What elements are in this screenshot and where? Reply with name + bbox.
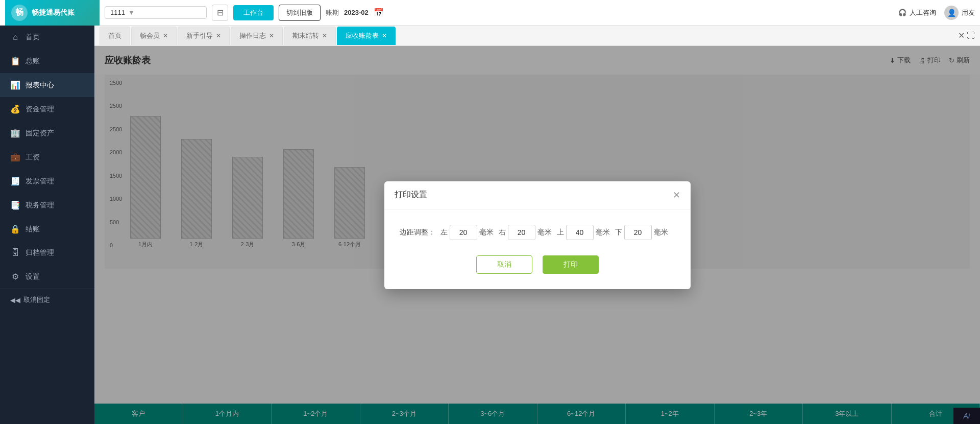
user-name: 用友 — [962, 8, 975, 17]
sidebar-item-label: 报表中心 — [26, 81, 54, 90]
print-settings-dialog: 打印设置 ✕ 边距调整： 左 毫米 右 — [384, 181, 691, 289]
home-icon: ⌂ — [10, 33, 20, 42]
sidebar: ⌂ 首页 📋 总账 📊 报表中心 💰 资金管理 🏢 固定资产 💼 工资 🧾 发票… — [0, 26, 94, 424]
close-period-icon: 🔒 — [10, 224, 20, 234]
sidebar-item-close[interactable]: 🔒 结账 — [0, 217, 94, 241]
right-margin-input[interactable] — [508, 225, 535, 240]
gear-icon: ⚙ — [10, 272, 20, 281]
margin-row: 边距调整： 左 毫米 右 毫米 — [400, 225, 675, 240]
unit-label: 毫米 — [654, 228, 668, 237]
sidebar-item-label: 设置 — [26, 272, 40, 281]
dialog-footer: 取消 打印 — [384, 250, 691, 289]
sidebar-item-assets[interactable]: 🏢 固定资产 — [0, 121, 94, 145]
sidebar-collapse-button[interactable]: ◀◀ 取消固定 — [0, 289, 94, 311]
consult-button[interactable]: 🎧 人工咨询 — [898, 8, 936, 17]
collapse-icon: ◀◀ — [10, 296, 20, 304]
close-all-button[interactable]: ✕ — [958, 31, 965, 40]
collapse-label: 取消固定 — [23, 295, 50, 304]
tab-label: 畅会员 — [140, 31, 160, 40]
left-margin-input[interactable] — [450, 225, 477, 240]
invoice-icon: 🧾 — [10, 176, 20, 186]
logo-text: 畅捷通易代账 — [32, 8, 75, 17]
period-label: 账期 — [326, 8, 339, 17]
top-header: 畅 畅捷通易代账 1111 ▼ ⊟ 工作台 切到旧版 账期 2023-02 📅 … — [0, 0, 980, 26]
calendar-icon[interactable]: 📅 — [374, 8, 384, 17]
tab-label: 应收账龄表 — [346, 31, 379, 40]
user-area[interactable]: 👤 用友 — [944, 6, 975, 20]
logo-area: 畅 畅捷通易代账 — [5, 0, 100, 26]
sidebar-item-ledger[interactable]: 📋 总账 — [0, 49, 94, 73]
dialog-overlay: 打印设置 ✕ 边距调整： 左 毫米 右 — [94, 46, 980, 424]
period-value: 2023-02 — [344, 9, 369, 16]
tab-aging[interactable]: 应收账龄表 ✕ — [337, 27, 396, 45]
tab-close-icon[interactable]: ✕ — [322, 32, 327, 39]
sidebar-item-label: 结账 — [26, 225, 40, 234]
left-margin-group: 左 毫米 — [440, 225, 494, 240]
sidebar-item-label: 固定资产 — [26, 129, 54, 138]
maximize-button[interactable]: ⛶ — [967, 31, 975, 40]
tab-home[interactable]: 首页 — [100, 27, 130, 45]
company-name: 1111 — [110, 9, 125, 16]
sidebar-item-settings[interactable]: ⚙ 设置 — [0, 265, 94, 289]
payroll-icon: 💼 — [10, 152, 20, 162]
print-confirm-button[interactable]: 打印 — [543, 255, 599, 274]
top-margin-input[interactable] — [566, 225, 594, 240]
consult-label: 人工咨询 — [910, 8, 936, 17]
archive-icon: 🗄 — [10, 248, 20, 257]
assets-icon: 🏢 — [10, 128, 20, 138]
main-layout: ⌂ 首页 📋 总账 📊 报表中心 💰 资金管理 🏢 固定资产 💼 工资 🧾 发票… — [0, 26, 980, 424]
bottom-margin-group: 下 毫米 — [615, 225, 668, 240]
sidebar-item-label: 归档管理 — [26, 248, 54, 257]
left-prefix: 左 — [440, 228, 448, 237]
sidebar-item-home[interactable]: ⌂ 首页 — [0, 26, 94, 49]
workbench-button[interactable]: 工作台 — [233, 5, 274, 20]
sidebar-item-label: 税务管理 — [26, 201, 54, 210]
tab-label: 期末结转 — [292, 31, 319, 40]
bottom-prefix: 下 — [615, 228, 622, 237]
dialog-body: 边距调整： 左 毫米 右 毫米 — [384, 209, 691, 250]
tab-label: 操作日志 — [239, 31, 266, 40]
sidebar-item-payroll[interactable]: 💼 工资 — [0, 145, 94, 169]
tax-icon: 📑 — [10, 200, 20, 210]
tab-member[interactable]: 畅会员 ✕ — [131, 27, 177, 45]
sidebar-item-label: 首页 — [26, 33, 40, 42]
tab-guide[interactable]: 新手引导 ✕ — [178, 27, 230, 45]
margin-label: 边距调整： — [400, 228, 435, 237]
tab-bar: 首页 畅会员 ✕ 新手引导 ✕ 操作日志 ✕ 期末结转 ✕ 应收账龄表 ✕ — [94, 26, 980, 46]
tab-period-end[interactable]: 期末结转 ✕ — [284, 27, 336, 45]
sidebar-item-funds[interactable]: 💰 资金管理 — [0, 97, 94, 121]
cancel-button[interactable]: 取消 — [476, 255, 532, 274]
tab-close-icon[interactable]: ✕ — [382, 32, 387, 39]
avatar: 👤 — [944, 6, 959, 20]
ledger-icon: 📋 — [10, 56, 20, 66]
sidebar-item-invoice[interactable]: 🧾 发票管理 — [0, 169, 94, 193]
tab-close-icon[interactable]: ✕ — [269, 32, 274, 39]
page-content: 应收账龄表 ⬇ 下载 🖨 打印 ↻ 刷新 — [94, 46, 980, 424]
sidebar-item-label: 总账 — [26, 57, 40, 66]
reports-icon: 📊 — [10, 80, 20, 90]
funds-icon: 💰 — [10, 104, 20, 114]
tab-close-icon[interactable]: ✕ — [216, 32, 221, 39]
sidebar-item-label: 发票管理 — [26, 177, 54, 186]
bottom-margin-input[interactable] — [624, 225, 652, 240]
header-right: 🎧 人工咨询 👤 用友 — [898, 6, 975, 20]
dialog-title: 打印设置 — [395, 190, 427, 200]
content-area: 首页 畅会员 ✕ 新手引导 ✕ 操作日志 ✕ 期末结转 ✕ 应收账龄表 ✕ — [94, 26, 980, 424]
logo-icon: 畅 — [11, 5, 28, 21]
tab-label: 首页 — [108, 31, 121, 40]
switch-version-button[interactable]: 切到旧版 — [279, 5, 321, 21]
dialog-close-button[interactable]: ✕ — [673, 190, 680, 201]
sidebar-item-tax[interactable]: 📑 税务管理 — [0, 193, 94, 217]
unit-label: 毫米 — [596, 228, 610, 237]
tab-right-actions: ✕ ⛶ — [958, 31, 975, 40]
copy-button[interactable]: ⊟ — [212, 5, 228, 21]
tab-log[interactable]: 操作日志 ✕ — [231, 27, 283, 45]
sidebar-item-label: 资金管理 — [26, 105, 54, 114]
company-selector[interactable]: 1111 ▼ — [105, 6, 207, 19]
sidebar-item-archive[interactable]: 🗄 归档管理 — [0, 241, 94, 265]
tab-close-icon[interactable]: ✕ — [163, 32, 168, 39]
chevron-down-icon: ▼ — [128, 9, 135, 16]
headset-icon: 🎧 — [898, 9, 906, 16]
top-prefix: 上 — [557, 228, 564, 237]
sidebar-item-reports[interactable]: 📊 报表中心 — [0, 73, 94, 97]
